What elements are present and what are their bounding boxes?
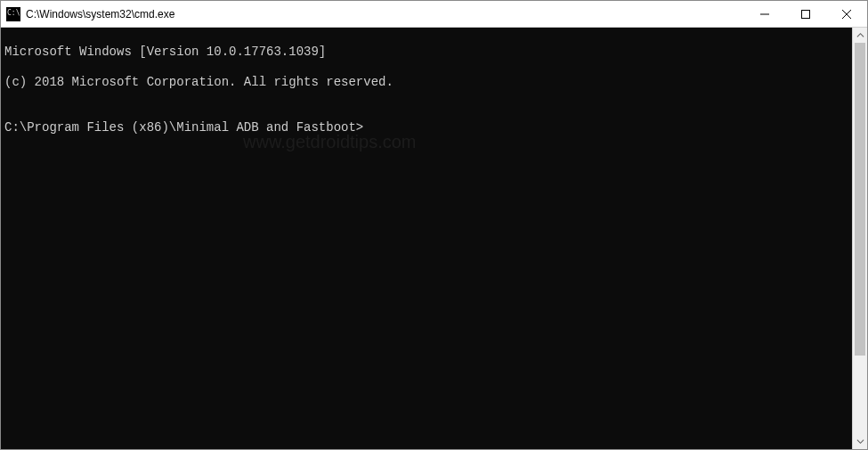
chevron-up-icon <box>856 31 864 39</box>
scrollbar-thumb[interactable] <box>855 43 865 356</box>
scrollbar-track[interactable] <box>853 43 867 434</box>
titlebar[interactable]: C:\Windows\system32\cmd.exe <box>1 1 867 28</box>
close-icon <box>842 10 851 19</box>
scroll-down-button[interactable] <box>853 434 867 449</box>
maximize-icon <box>801 10 810 19</box>
maximize-button[interactable] <box>785 1 826 27</box>
cmd-window: C:\Windows\system32\cmd.exe Microsoft Wi… <box>0 0 868 450</box>
scroll-up-button[interactable] <box>853 28 867 43</box>
minimize-icon <box>760 10 769 19</box>
vertical-scrollbar[interactable] <box>852 28 867 449</box>
chevron-down-icon <box>856 438 864 446</box>
cmd-icon <box>6 7 20 21</box>
console-line: (c) 2018 Microsoft Corporation. All righ… <box>4 75 848 90</box>
watermark-text: www.getdroidtips.com <box>243 135 417 150</box>
minimize-button[interactable] <box>744 1 785 27</box>
console-output[interactable]: Microsoft Windows [Version 10.0.17763.10… <box>1 28 852 449</box>
console-prompt: C:\Program Files (x86)\Minimal ADB and F… <box>4 120 848 135</box>
window-controls <box>744 1 867 27</box>
console-line: Microsoft Windows [Version 10.0.17763.10… <box>4 45 848 60</box>
window-title: C:\Windows\system32\cmd.exe <box>26 8 174 20</box>
client-area: Microsoft Windows [Version 10.0.17763.10… <box>1 28 867 449</box>
close-button[interactable] <box>826 1 867 27</box>
svg-rect-0 <box>802 10 810 18</box>
